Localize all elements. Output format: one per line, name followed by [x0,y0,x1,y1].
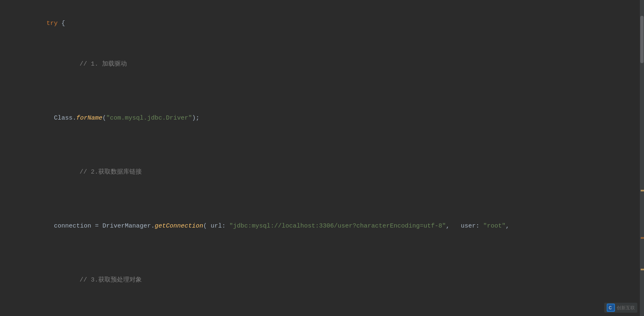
line-content-5: connection = DriverManager.getConnection… [21,193,644,260]
code-editor[interactable]: try { // 1. 加载驱动 Class.forName("com.mysq… [0,0,644,316]
code-line-7: preparedStatement = connection.prepareSt… [0,301,644,316]
line-content-6: // 3.获取预处理对象 [21,260,644,300]
line-content-3: Class.forName("com.mysql.jdbc.Driver"); [21,85,644,152]
scrollbar-marker-3 [641,269,644,270]
line-content-2: // 1. 加载驱动 [21,44,644,84]
code-line-3: Class.forName("com.mysql.jdbc.Driver"); [0,85,644,152]
svg-text:C: C [609,306,612,310]
line-content-4: // 2.获取数据库链接 [21,152,644,192]
code-line-2: // 1. 加载驱动 [0,44,644,85]
comment-1: // 1. 加载驱动 [46,61,127,68]
code-line-4: // 2.获取数据库链接 [0,152,644,193]
code-line-1: try { [0,3,644,44]
line-content-1: try { [21,4,644,44]
watermark: C 创新互联 [604,303,637,313]
scrollbar-marker-2 [641,237,644,239]
keyword-try: try [46,20,58,27]
watermark-label: 创新互联 [617,305,635,311]
comment-2: // 2.获取数据库链接 [46,169,142,176]
scrollbar-marker-1 [641,190,644,191]
comment-3: // 3.获取预处理对象 [46,277,142,284]
scrollbar-track[interactable] [640,0,644,316]
code-line-5: connection = DriverManager.getConnection… [0,193,644,260]
line-content-7: preparedStatement = connection.prepareSt… [21,301,644,316]
watermark-icon: C [607,304,615,312]
code-line-6: // 3.获取预处理对象 [0,260,644,301]
watermark-box: C 创新互联 [604,303,637,313]
scrollbar-thumb[interactable] [640,16,644,63]
